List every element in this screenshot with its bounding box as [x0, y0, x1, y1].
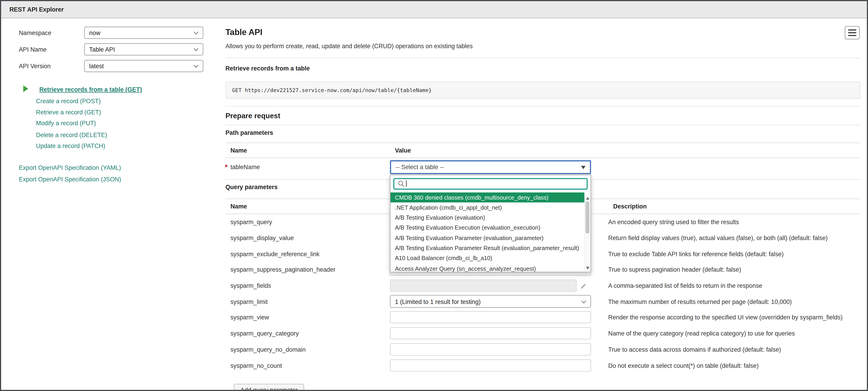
- sidebar-item-create-record[interactable]: Create a record (POST): [19, 95, 217, 106]
- select-arrow-icon: [581, 166, 586, 169]
- column-header-name: Name: [225, 147, 390, 154]
- method-link[interactable]: Update a record (PATCH): [36, 142, 105, 149]
- scroll-up-icon[interactable]: [586, 197, 589, 199]
- chevron-down-icon: [582, 299, 586, 303]
- text-caret: [406, 180, 406, 187]
- chevron-down-icon: [194, 63, 198, 68]
- tablename-select-value: -- Select a table --: [396, 164, 444, 170]
- param-name: sysparm_view: [225, 314, 390, 321]
- path-parameters-section: Path parameters Name Value * tableName -…: [225, 125, 860, 176]
- param-description: True to supress pagination header (defau…: [608, 267, 860, 273]
- namespace-field-row: Namespace now: [19, 27, 217, 39]
- api-name-field-row: API Name Table API: [19, 43, 217, 55]
- table-search-input[interactable]: [393, 178, 588, 189]
- method-link[interactable]: Retrieve records from a table (GET): [39, 86, 142, 93]
- page-title: Table API: [225, 27, 860, 36]
- prepare-request-heading: Prepare request: [225, 111, 860, 120]
- chevron-down-icon: [194, 30, 198, 34]
- table-row: sysparm_no_count Do not execute a select…: [225, 357, 860, 373]
- param-name: sysparm_suppress_pagination_header: [225, 267, 390, 273]
- param-name: sysparm_query: [225, 219, 390, 225]
- param-description: Return field display values (true), actu…: [608, 234, 860, 241]
- param-name: sysparm_no_count: [225, 362, 390, 368]
- request-url: GET https://dev221527.service-now.com/ap…: [225, 82, 860, 99]
- param-description: True to access data across domains if au…: [608, 346, 860, 353]
- sysparm-fields-input: [390, 280, 577, 292]
- param-description: Render the response according to the spe…: [608, 314, 860, 321]
- table-row: sysparm_query_category Name of the query…: [225, 326, 860, 341]
- main-panel: Table API Allows you to perform create, …: [217, 19, 867, 390]
- path-parameters-heading: Path parameters: [225, 129, 860, 136]
- sidebar-item-update-record[interactable]: Update a record (PATCH): [19, 140, 217, 151]
- list-item[interactable]: A/B Testing Evaluation Parameter Result …: [391, 243, 584, 253]
- export-yaml-link[interactable]: Export OpenAPI Specification (YAML): [19, 162, 217, 173]
- export-json-link[interactable]: Export OpenAPI Specification (JSON): [19, 173, 217, 185]
- method-link[interactable]: Create a record (POST): [36, 97, 101, 104]
- param-description: Do not execute a select count(*) on tabl…: [608, 362, 860, 368]
- divider: [225, 58, 860, 58]
- list-item[interactable]: CMDB 360 denied classes (cmdb_multisourc…: [391, 192, 584, 202]
- list-item[interactable]: Access Analyzer Query (sn_access_analyze…: [391, 263, 584, 272]
- table-row: sysparm_fields A comma-separated list of…: [225, 278, 860, 294]
- scrollbar-thumb[interactable]: [586, 201, 589, 233]
- api-name-select-value: Table API: [89, 46, 115, 53]
- api-name-label: API Name: [19, 46, 84, 53]
- param-description: Name of the query category (read replica…: [608, 330, 860, 337]
- param-name: sysparm_query_no_domain: [225, 346, 390, 353]
- api-version-select[interactable]: latest: [84, 60, 204, 72]
- add-query-parameter-button[interactable]: Add query parameter: [234, 384, 305, 391]
- table-row: * tableName -- Select a table --: [225, 158, 860, 176]
- pencil-icon[interactable]: [580, 282, 587, 289]
- column-header-value: Value: [390, 147, 860, 154]
- param-name: sysparm_limit: [225, 298, 390, 305]
- chevron-down-icon: [194, 46, 198, 51]
- api-name-select[interactable]: Table API: [84, 43, 204, 55]
- tablename-select[interactable]: -- Select a table --: [390, 160, 591, 174]
- list-item[interactable]: A/B Testing Evaluation Execution (evalua…: [391, 223, 584, 233]
- column-header-name: Name: [225, 203, 390, 210]
- method-link[interactable]: Retrieve a record (GET): [36, 109, 101, 115]
- column-header-description: Description: [608, 203, 860, 210]
- param-name: sysparm_exclude_reference_link: [225, 251, 390, 257]
- param-name: sysparm_display_value: [225, 234, 390, 241]
- sidebar-item-modify-record[interactable]: Modify a record (PUT): [19, 118, 217, 129]
- method-link[interactable]: Modify a record (PUT): [36, 120, 96, 127]
- namespace-select[interactable]: now: [84, 27, 204, 39]
- list-item[interactable]: .NET Application (cmdb_ci_appl_dot_net): [391, 202, 584, 213]
- scroll-down-icon[interactable]: [586, 267, 589, 269]
- sysparm-view-input[interactable]: [390, 311, 591, 324]
- list-item[interactable]: A10 Load Balancer (cmdb_ci_lb_a10): [391, 253, 584, 263]
- rest-api-explorer-window: REST API Explorer Namespace now API Name…: [0, 0, 868, 391]
- list-item[interactable]: A/B Testing Evaluation Parameter (evalua…: [391, 233, 584, 243]
- list-item[interactable]: A/B Testing Evaluation (evaluation): [391, 213, 584, 223]
- sidebar-item-retrieve-record[interactable]: Retrieve a record (GET): [19, 106, 217, 118]
- api-version-label: API Version: [19, 63, 84, 69]
- path-parameters-header-row: Name Value: [225, 142, 860, 158]
- sidebar: Namespace now API Name Table API API Ver…: [1, 19, 217, 390]
- sysparm-no-count-input[interactable]: [390, 359, 591, 371]
- sysparm-limit-select-value: 1 (Limited to 1 result for testing): [395, 298, 480, 305]
- sysparm-query-category-input[interactable]: [390, 327, 591, 340]
- api-version-field-row: API Version latest: [19, 60, 217, 72]
- sysparm-query-no-domain-input[interactable]: [390, 343, 591, 356]
- divider: [225, 106, 860, 106]
- api-description: Allows you to perform create, read, upda…: [225, 43, 860, 50]
- namespace-label: Namespace: [19, 29, 84, 36]
- dropdown-scrollbar[interactable]: [584, 195, 590, 271]
- table-select-dropdown: CMDB 360 denied classes (cmdb_multisourc…: [390, 174, 591, 272]
- param-description: A comma-separated list of fields to retu…: [608, 282, 860, 289]
- hamburger-menu-icon[interactable]: [845, 26, 860, 39]
- sidebar-item-retrieve-records[interactable]: Retrieve records from a table (GET): [19, 84, 217, 95]
- param-description: An encoded query string used to filter t…: [608, 219, 860, 225]
- param-description: The maximum number of results returned p…: [608, 298, 860, 305]
- titlebar: REST API Explorer: [1, 1, 867, 19]
- endpoint-heading: Retrieve records from a table: [225, 65, 860, 72]
- sidebar-item-delete-record[interactable]: Delete a record (DELETE): [19, 129, 217, 140]
- export-links: Export OpenAPI Specification (YAML) Expo…: [19, 162, 217, 185]
- api-version-select-value: latest: [89, 63, 104, 69]
- sysparm-limit-select[interactable]: 1 (Limited to 1 result for testing): [390, 295, 591, 308]
- param-name-tablename: * tableName: [225, 164, 390, 170]
- param-description: True to exclude Table API links for refe…: [608, 251, 860, 257]
- search-icon: [398, 180, 405, 187]
- method-link[interactable]: Delete a record (DELETE): [36, 131, 107, 138]
